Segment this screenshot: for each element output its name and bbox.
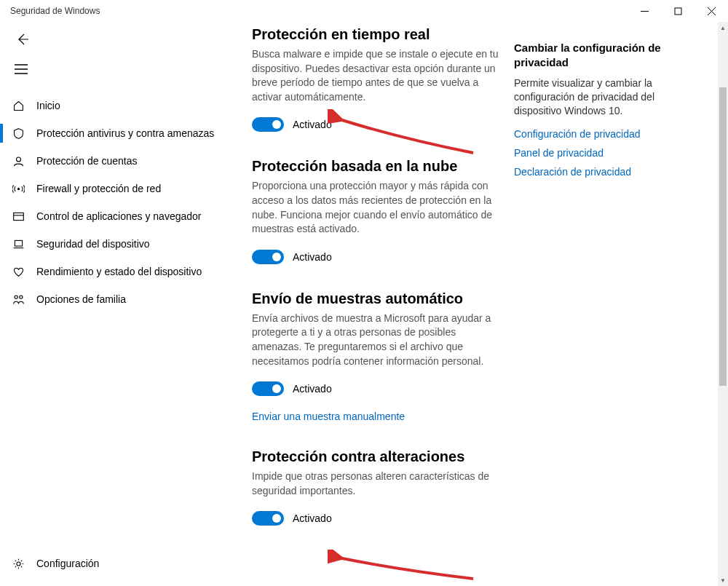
- link-privacy-settings[interactable]: Configuración de privacidad: [514, 128, 689, 140]
- scroll-up-icon[interactable]: ▲: [718, 22, 728, 33]
- section-realtime-protection: Protección en tiempo real Busca malware …: [252, 26, 505, 132]
- nav-item-device-security[interactable]: Seguridad del dispositivo: [0, 230, 234, 258]
- toggle-state-label: Activado: [293, 119, 332, 130]
- svg-point-6: [19, 295, 22, 298]
- toggle-realtime-protection[interactable]: [252, 117, 284, 132]
- nav-label: Seguridad del dispositivo: [36, 238, 150, 250]
- signal-icon: [12, 182, 25, 195]
- svg-point-7: [16, 561, 20, 565]
- svg-rect-4: [15, 240, 22, 246]
- nav-label: Protección antivirus y contra amenazas: [36, 127, 214, 139]
- toggle-cloud-protection[interactable]: [252, 250, 284, 264]
- section-tamper-protection: Protección contra alteraciones Impide qu…: [252, 448, 505, 526]
- main-content: Protección en tiempo real Busca malware …: [234, 22, 728, 586]
- toggle-automatic-sample[interactable]: [252, 381, 284, 396]
- window-controls: [628, 0, 728, 22]
- nav-item-app-browser-control[interactable]: Control de aplicaciones y navegador: [0, 202, 234, 230]
- family-icon: [12, 293, 25, 306]
- scroll-down-icon[interactable]: ▼: [718, 574, 728, 586]
- nav-label: Rendimiento y estado del dispositivo: [36, 266, 202, 277]
- minimize-button[interactable]: [628, 0, 661, 22]
- nav-item-firewall[interactable]: Firewall y protección de red: [0, 175, 234, 202]
- toggle-state-label: Activado: [293, 251, 332, 263]
- nav-label: Firewall y protección de red: [36, 183, 161, 194]
- home-icon: [12, 99, 25, 112]
- svg-point-1: [16, 157, 20, 161]
- nav-item-settings[interactable]: Configuración: [0, 550, 234, 577]
- nav-item-virus-protection[interactable]: Protección antivirus y contra amenazas: [0, 119, 234, 147]
- nav-label: Opciones de familia: [36, 293, 126, 305]
- nav-item-account-protection[interactable]: Protección de cuentas: [0, 147, 234, 175]
- toggle-state-label: Activado: [293, 512, 332, 524]
- right-panel-title: Cambiar la configuración de privacidad: [514, 41, 689, 69]
- nav-label: Control de aplicaciones y navegador: [36, 210, 201, 222]
- laptop-icon: [12, 237, 25, 250]
- gear-icon: [12, 557, 25, 570]
- right-panel-description: Permite visualizar y cambiar la configur…: [514, 76, 689, 118]
- section-title: Envío de muestras automático: [252, 290, 505, 307]
- section-description: Busca malware e impide que se instale o …: [252, 47, 505, 104]
- svg-rect-3: [13, 213, 23, 220]
- nav-item-device-performance[interactable]: Rendimiento y estado del dispositivo: [0, 258, 234, 285]
- sidebar: Inicio Protección antivirus y contra ame…: [0, 22, 234, 586]
- svg-point-5: [14, 295, 17, 298]
- section-title: Protección basada en la nube: [252, 158, 505, 175]
- nav-item-home[interactable]: Inicio: [0, 92, 234, 119]
- close-button[interactable]: [695, 0, 728, 22]
- maximize-button[interactable]: [661, 0, 695, 22]
- nav-label: Inicio: [36, 100, 60, 111]
- nav-list: Inicio Protección antivirus y contra ame…: [0, 92, 234, 313]
- nav-item-family-options[interactable]: Opciones de familia: [0, 285, 234, 313]
- window-titlebar: Seguridad de Windows: [0, 0, 728, 22]
- heart-pulse-icon: [12, 265, 25, 278]
- back-button[interactable]: [15, 31, 31, 47]
- section-cloud-protection: Protección basada en la nube Proporciona…: [252, 158, 505, 264]
- nav-label: Configuración: [36, 558, 99, 569]
- section-title: Protección contra alteraciones: [252, 448, 505, 465]
- section-description: Proporciona una protección mayor y más r…: [252, 179, 505, 236]
- link-privacy-dashboard[interactable]: Panel de privacidad: [514, 147, 689, 159]
- right-panel: Cambiar la configuración de privacidad P…: [514, 26, 689, 586]
- person-icon: [12, 154, 25, 167]
- shield-icon: [12, 127, 25, 140]
- link-privacy-statement[interactable]: Declaración de privacidad: [514, 166, 689, 178]
- svg-point-2: [17, 188, 19, 189]
- nav-label: Protección de cuentas: [36, 155, 138, 167]
- section-description: Envía archivos de muestra a Microsoft pa…: [252, 312, 505, 368]
- toggle-state-label: Activado: [293, 383, 332, 395]
- vertical-scrollbar[interactable]: ▲ ▼: [718, 22, 728, 586]
- scrollbar-thumb[interactable]: [719, 87, 727, 386]
- link-submit-sample-manually[interactable]: Enviar una muestra manualmente: [252, 411, 505, 422]
- section-title: Protección en tiempo real: [252, 26, 505, 43]
- section-description: Impide que otras personas alteren caract…: [252, 470, 505, 498]
- section-automatic-sample-submission: Envío de muestras automático Envía archi…: [252, 290, 505, 422]
- toggle-tamper-protection[interactable]: [252, 511, 284, 526]
- hamburger-menu-button[interactable]: [15, 64, 28, 76]
- window-icon: [12, 210, 25, 223]
- window-title: Seguridad de Windows: [10, 6, 100, 16]
- svg-rect-0: [675, 8, 681, 15]
